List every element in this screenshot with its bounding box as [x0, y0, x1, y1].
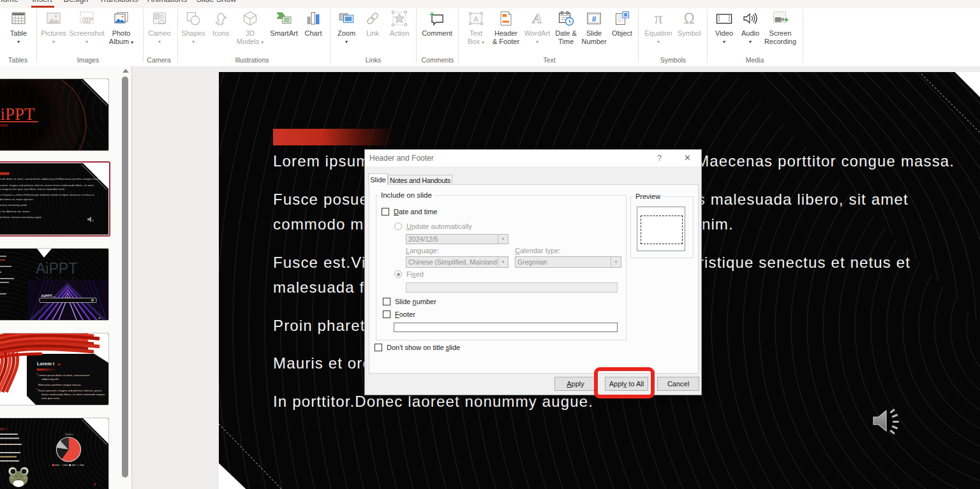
svg-text:Maecenas porttitor congue mass: Maecenas porttitor congue massa.	[38, 383, 81, 386]
svg-text:adipiscing elit.: adipiscing elit.	[41, 377, 59, 381]
svg-text:◀: ◀	[57, 362, 60, 366]
svg-text:Fusce posuere, magna sed pulvi: Fusce posuere, magna sed pulvinar ultric…	[38, 389, 102, 392]
svg-text:Ω: Ω	[683, 10, 694, 27]
svg-text:Fusce posuere, magna sed pulvi: Fusce posuere, magna sed pulvinar ultric…	[0, 184, 94, 187]
svg-text:π: π	[654, 10, 662, 27]
svg-text:In porttitor.Donec laoreet non: In porttitor.Donec laoreet nonummy augue…	[0, 215, 42, 219]
svg-text:#: #	[592, 15, 597, 24]
svg-text:Proin pharetra nonummy pede.: Proin pharetra nonummy pede.	[0, 203, 27, 207]
svg-text:AiPPT…: AiPPT…	[41, 294, 56, 298]
svg-text:A: A	[473, 15, 479, 23]
svg-text:Fusce est.Vivamus a tellus.Pel: Fusce est.Vivamus a tellus.Pellentesque …	[0, 193, 94, 196]
svg-text:Lorem ipsum dolor sit amet, co: Lorem ipsum dolor sit amet, consectetuer…	[0, 177, 101, 180]
svg-text:Sales: Sales	[65, 432, 73, 436]
svg-text:Lorem i: Lorem i	[37, 361, 54, 367]
svg-text:A: A	[531, 10, 542, 26]
svg-text:eros quis urna.: eros quis urna.	[41, 397, 60, 400]
svg-text:lectus malesuada libero, sit a: lectus malesuada libero, sit amet commod…	[41, 393, 105, 396]
svg-text:commodo magna eros quis urna.N: commodo magna eros quis urna.Nunc viverr…	[0, 187, 65, 191]
svg-text:P: P	[156, 15, 159, 19]
svg-text:Mauris et orci.Aenean nec lore: Mauris et orci.Aenean nec lorem.	[0, 210, 31, 213]
svg-text:AiPPT: AiPPT	[0, 105, 35, 124]
svg-text:malesuada fames ac turpis eges: malesuada fames ac turpis egestas.	[0, 198, 34, 201]
svg-text:Lorem ipsum dolor sit amet, co: Lorem ipsum dolor sit amet, consectetuer	[38, 374, 90, 377]
